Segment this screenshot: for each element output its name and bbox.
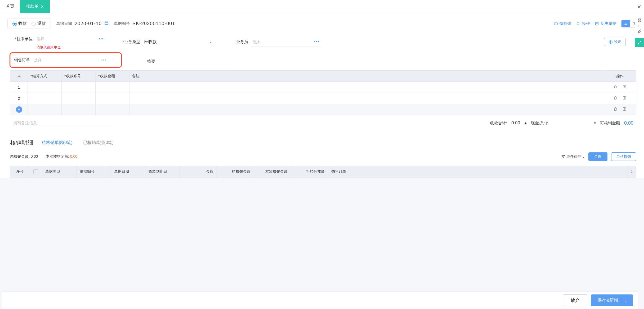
radio-refund[interactable]: 退款: [32, 21, 46, 26]
svg-point-7: [577, 22, 578, 23]
insert-row-icon[interactable]: [622, 85, 627, 90]
sales-order-input[interactable]: [34, 57, 95, 63]
staff-input[interactable]: [252, 38, 310, 45]
radio-dot-icon: [32, 22, 36, 26]
this-verify-amount: 本次核销金额: 0.00: [46, 154, 77, 159]
tab-pending[interactable]: 待核销单据(0笔): [40, 139, 75, 147]
history-button[interactable]: 历史单据: [595, 21, 616, 26]
tab-receipt[interactable]: 收款单 ✕: [20, 0, 50, 13]
staff-select[interactable]: •••: [251, 37, 320, 47]
rail-print-icon[interactable]: [635, 16, 644, 25]
cell-method[interactable]: [28, 93, 62, 104]
query-button[interactable]: 查询: [588, 152, 607, 161]
delete-row-icon[interactable]: [613, 85, 618, 90]
row-index: 2: [10, 93, 28, 104]
biztype-select[interactable]: 应收款 ⌄: [144, 38, 212, 46]
bill-date-value[interactable]: 2020-01-10: [75, 21, 102, 26]
cell-method[interactable]: [28, 82, 62, 93]
summary-field: 摘要: [142, 58, 227, 65]
vcol-thistime: 本次核销金额: [254, 166, 291, 178]
filter-icon: [561, 154, 565, 159]
discount-label: 现金折扣:: [531, 121, 548, 126]
staff-field: 业务员 •••: [226, 37, 320, 47]
rail-attach-icon[interactable]: [635, 27, 644, 36]
bill-date-field: 单据日期 2020-01-10: [56, 21, 109, 26]
chevron-down-icon: ⌄: [209, 40, 212, 44]
col-ops: 操作: [604, 71, 636, 81]
table-settings-button[interactable]: [10, 71, 28, 81]
vcol-type: 单据类型: [42, 166, 77, 178]
gear-icon: [17, 74, 21, 78]
vcol-discount: 折扣分摊额: [291, 166, 328, 178]
row-index: 1: [10, 82, 28, 93]
radio-refund-label: 退款: [37, 21, 46, 26]
vcol-sales: 销售订单: [328, 166, 628, 178]
insert-row-icon[interactable]: [622, 96, 627, 101]
discount-input[interactable]: [552, 120, 589, 126]
cell-account[interactable]: [62, 93, 96, 104]
col-amount: *收款金额: [96, 71, 129, 81]
tabs-close-all-icon[interactable]: ✕: [637, 4, 641, 10]
more-icon[interactable]: •••: [314, 40, 320, 44]
bill-date-label: 单据日期: [56, 21, 72, 26]
verifiable-value: 0.00: [624, 120, 633, 126]
svg-point-10: [578, 24, 579, 25]
table-row: 2: [10, 93, 636, 104]
radio-dot-checked-icon: [12, 22, 17, 26]
svg-rect-17: [633, 22, 634, 25]
plus-sign: +: [524, 121, 527, 125]
tab-receipt-label: 收款单: [26, 4, 39, 9]
operate-button[interactable]: 操作: [576, 21, 590, 26]
partner-label: *往来单位: [10, 37, 33, 42]
remark-input[interactable]: [13, 119, 113, 127]
calendar-icon[interactable]: [104, 21, 109, 26]
summary-input[interactable]: [158, 58, 227, 65]
vcol-duedate: 收款到期日: [145, 166, 180, 178]
gear-icon: [609, 40, 613, 44]
cell-amount[interactable]: [96, 82, 129, 93]
shortcut-button[interactable]: 快捷键: [554, 21, 571, 26]
svg-rect-4: [554, 23, 557, 25]
cell-account[interactable]: [62, 82, 96, 93]
col-account: *收款账号: [62, 71, 96, 81]
tab-done[interactable]: 已核销单据(0笔): [81, 139, 116, 147]
more-icon[interactable]: •••: [99, 37, 104, 41]
table-footer: +: [10, 104, 636, 115]
tab-home[interactable]: 首页: [0, 0, 20, 13]
cell-amount[interactable]: [96, 93, 129, 104]
col-method: *结算方式: [28, 71, 62, 81]
partner-input[interactable]: [36, 35, 95, 42]
auto-verify-button[interactable]: 自动核销: [611, 152, 636, 161]
total-value: 0.00: [511, 120, 520, 126]
vcol-checkbox: [29, 166, 42, 178]
sort-icon[interactable]: ▲▼: [628, 166, 636, 178]
receipt-type-radio-group: 收款 退款: [7, 19, 51, 29]
unverified-amount: 未核销金额: 0.00: [10, 154, 38, 159]
sales-order-select[interactable]: •••: [33, 55, 107, 65]
view-list-button[interactable]: [621, 20, 630, 27]
grid-icon: [576, 22, 580, 26]
select-all-checkbox[interactable]: [33, 169, 38, 174]
delete-row-icon[interactable]: [613, 107, 618, 112]
verify-table: 序号 单据类型 单据编号 单据日期 收款到期日 金额 待核销金额 本次核销金额 …: [10, 166, 636, 178]
more-icon[interactable]: •••: [101, 58, 107, 62]
biztype-value: 应收款: [144, 39, 157, 45]
cell-remark[interactable]: [129, 93, 604, 104]
partner-field: *往来单位 •••: [10, 34, 105, 44]
settings-button[interactable]: 设置: [604, 38, 625, 46]
partner-select[interactable]: •••: [36, 34, 105, 44]
staff-label: 业务员: [226, 39, 248, 44]
delete-row-icon[interactable]: [613, 96, 618, 101]
rail-expand-icon[interactable]: [635, 38, 644, 47]
radio-receive[interactable]: 收款: [12, 21, 27, 26]
verify-section: 核销明细 待核销单据(0笔) 已核销单据(0笔) 未核销金额: 0.00 本次核…: [10, 139, 636, 178]
verify-title: 核销明细: [10, 139, 33, 147]
add-row-button[interactable]: +: [16, 106, 22, 113]
cell-remark[interactable]: [129, 82, 604, 93]
close-icon[interactable]: ✕: [41, 4, 44, 9]
more-filter-button[interactable]: 更多条件 ⌄: [561, 154, 585, 159]
keyboard-icon: [554, 22, 558, 26]
history-label: 历史单据: [601, 21, 616, 26]
insert-row-icon[interactable]: [622, 107, 627, 112]
chevron-down-icon: ⌄: [582, 155, 585, 158]
